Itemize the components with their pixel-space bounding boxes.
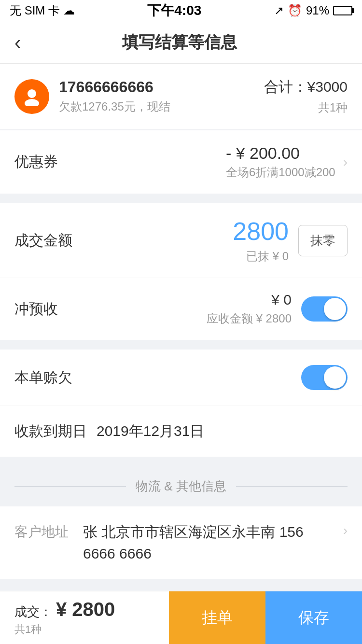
back-button[interactable]: ‹: [14, 33, 21, 52]
prepaid-amount: ¥ 0: [207, 292, 292, 308]
due-date-row: 收款到期日 2019年12月31日: [0, 406, 362, 457]
customer-left: 17666666666 欠款1276.35元，现结: [14, 78, 170, 114]
round-button[interactable]: 抹零: [298, 225, 348, 256]
amount-sub: 已抹 ¥ 0: [233, 249, 289, 264]
coupon-right: - ¥ 200.00 全场6折满1000减200 ›: [226, 144, 348, 180]
amount-row: 成交金额 2800 已抹 ¥ 0 抹零: [0, 203, 362, 278]
chevron-right-icon: ›: [343, 154, 348, 170]
address-label: 客户地址: [14, 523, 69, 541]
status-left: 无 SIM 卡 ☁: [10, 3, 75, 18]
customer-debt: 欠款1276.35元，现结: [59, 99, 170, 114]
coupon-row[interactable]: 优惠券 - ¥ 200.00 全场6折满1000减200 ›: [0, 130, 362, 194]
prepaid-right: ¥ 0 应收金额 ¥ 2800: [207, 292, 348, 326]
toggle-knob: [324, 298, 346, 320]
address-row[interactable]: 客户地址 张 北京市市辖区海淀区永丰南 156 6666 6666 ›: [0, 506, 362, 579]
due-date-value: 2019年12月31日: [97, 421, 204, 441]
clock-icon: ⏰: [288, 4, 302, 17]
svg-point-0: [28, 89, 36, 98]
prepaid-sub: 应收金额 ¥ 2800: [207, 311, 292, 326]
logistics-line-left: [14, 486, 126, 487]
svg-point-1: [25, 99, 39, 106]
amount-value: 2800: [233, 217, 289, 246]
bottom-bar: 成交： ¥ 2800 共1种 挂单 保存: [0, 591, 362, 644]
status-time: 下午4:03: [147, 1, 201, 20]
customer-info: 17666666666 欠款1276.35元，现结: [59, 78, 170, 114]
battery-icon: [333, 6, 352, 15]
bottom-count: 共1种: [14, 622, 154, 637]
location-icon: ↗: [274, 4, 284, 17]
avatar: [14, 79, 49, 114]
status-right: ↗ ⏰ 91%: [274, 4, 352, 17]
coupon-desc: 全场6折满1000减200: [226, 165, 335, 180]
total-count: 共1种: [264, 100, 348, 115]
transaction-section: 成交金额 2800 已抹 ¥ 0 抹零 冲预收 ¥ 0 应收金额 ¥ 2800: [0, 203, 362, 340]
bottom-info: 成交： ¥ 2800 共1种: [0, 591, 169, 644]
address-content: 张 北京市市辖区海淀区永丰南 156 6666 6666: [83, 521, 335, 564]
prepaid-amount-block: ¥ 0 应收金额 ¥ 2800: [207, 292, 292, 326]
divider-1: [0, 194, 362, 203]
customer-phone: 17666666666: [59, 78, 170, 96]
hang-button[interactable]: 挂单: [169, 591, 265, 644]
logistics-text: 物流 & 其他信息: [136, 478, 226, 495]
debt-toggle[interactable]: [301, 365, 348, 390]
debt-row: 本单赊欠: [0, 350, 362, 406]
divider-2: [0, 340, 362, 350]
prepaid-toggle[interactable]: [301, 296, 348, 322]
prepaid-label: 冲预收: [14, 299, 58, 319]
total-amount: 合计：¥3000: [264, 77, 348, 97]
debt-label: 本单赊欠: [14, 368, 72, 388]
status-bar: 无 SIM 卡 ☁ 下午4:03 ↗ ⏰ 91%: [0, 0, 362, 21]
deal-label: 成交：: [14, 603, 52, 620]
logistics-line-right: [236, 486, 348, 487]
customer-card: 17666666666 欠款1276.35元，现结 合计：¥3000 共1种: [0, 64, 362, 129]
sim-label: 无 SIM 卡 ☁: [10, 3, 75, 18]
coupon-discount: - ¥ 200.00: [226, 144, 335, 163]
coupon-info: - ¥ 200.00 全场6折满1000减200: [226, 144, 335, 180]
logistics-divider: 物流 & 其他信息: [0, 466, 362, 506]
bottom-price: ¥ 2800: [56, 599, 115, 620]
customer-right: 合计：¥3000 共1种: [264, 77, 348, 115]
save-button[interactable]: 保存: [265, 591, 362, 644]
divider-3: [0, 457, 362, 466]
coupon-label: 优惠券: [14, 152, 58, 172]
address-chevron-icon: ›: [343, 523, 348, 538]
amount-label: 成交金额: [14, 231, 72, 251]
nav-bar: ‹ 填写结算等信息: [0, 21, 362, 64]
amount-block: 2800 已抹 ¥ 0: [233, 217, 289, 264]
battery-percent: 91%: [306, 4, 329, 17]
prepaid-row: 冲预收 ¥ 0 应收金额 ¥ 2800: [0, 278, 362, 340]
debt-toggle-knob: [324, 366, 346, 389]
page-title: 填写结算等信息: [30, 31, 328, 54]
amount-right: 2800 已抹 ¥ 0 抹零: [233, 217, 348, 264]
due-date-label: 收款到期日: [14, 421, 87, 441]
